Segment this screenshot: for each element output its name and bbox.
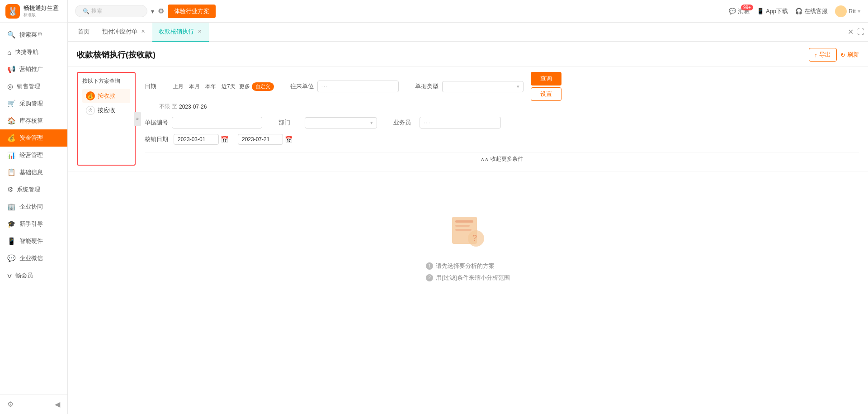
sidebar-item-label: 资金管理 <box>19 134 43 142</box>
sidebar-item-sales[interactable]: ◎ 销售管理 <box>0 78 67 95</box>
sidebar-item-enterprise[interactable]: 🏢 企业协同 <box>0 198 67 215</box>
page-content: 收款核销执行(按收款) ↑ 导出 ↻ 刷新 按以下方案查询 <box>68 42 868 414</box>
sidebar-item-label: 库存核算 <box>19 117 43 125</box>
date-shortcut-this-month[interactable]: 本月 <box>187 82 202 91</box>
date-no-limit-text: 不限 <box>159 103 170 110</box>
filter-option-by-receivable[interactable]: ⏱ 按应收 <box>82 103 130 118</box>
online-service-label: 在线客服 <box>804 7 828 15</box>
user-dropdown-icon: ▾ <box>858 8 861 14</box>
query-btn[interactable]: 查询 <box>531 72 561 86</box>
sidebar-item-label: 系统管理 <box>17 186 40 194</box>
filter-sidebar: 按以下方案查询 💰 按收款 ⏱ 按应收 » <box>77 72 136 166</box>
empty-state: ? 1 请先选择要分析的方案 2 用[过滤]条件来缩小分析范围 <box>68 171 868 320</box>
date-custom-tag[interactable]: 自定义 <box>252 82 274 91</box>
tab-prepay-close-btn[interactable]: ✕ <box>140 29 146 34</box>
date-shortcut-more[interactable]: 更多 <box>239 83 250 90</box>
sidebar: 🐰 畅捷通好生意 标准版 🔍 搜索菜单 ⌂ 快捷导航 📢 营销推广 ◎ 销售管理… <box>0 0 68 414</box>
settings-btn[interactable]: 设置 <box>531 87 561 101</box>
service-icon: 🎧 <box>795 8 802 14</box>
sidebar-item-label: 搜索菜单 <box>19 31 43 39</box>
header-right: 💬 消息 99+ 📱 App下载 🎧 在线客服 Rit ▾ <box>729 5 861 17</box>
filter-sidebar-collapse-btn[interactable]: » <box>134 112 141 126</box>
sidebar-item-system[interactable]: ⚙ 系统管理 <box>0 181 67 198</box>
refresh-icon: ↻ <box>840 52 845 58</box>
export-btn[interactable]: ↑ 导出 <box>809 48 837 62</box>
page-inner: 收款核销执行(按收款) ↑ 导出 ↻ 刷新 按以下方案查询 <box>68 42 868 414</box>
filter-form: 日期 上月 本月 本年 近7天 更多 自定义 <box>145 72 859 166</box>
user-avatar <box>835 5 847 17</box>
search-bar[interactable]: 🔍 搜索 <box>75 5 147 17</box>
chevron-up-icon: ∧∧ <box>481 156 489 162</box>
online-service-btn[interactable]: 🎧 在线客服 <box>795 7 828 15</box>
writeoff-end-cal-icon[interactable]: 📅 <box>285 136 292 143</box>
sidebar-item-finance[interactable]: 💰 资金管理 <box>0 129 67 147</box>
logo-icon: 🐰 <box>5 4 20 19</box>
writeoff-date-label: 核销日期 <box>145 135 168 143</box>
tab-receipt-offset-close-btn[interactable]: ✕ <box>197 29 203 34</box>
sidebar-item-purchase[interactable]: 🛒 采购管理 <box>0 95 67 112</box>
tab-close-window-btn[interactable]: ✕ <box>848 28 854 36</box>
writeoff-date-end-input[interactable] <box>238 134 283 145</box>
search-dropdown-btn[interactable]: ▾ <box>151 8 154 15</box>
counterparty-field: 往来单位 ··· <box>290 81 399 92</box>
app-logo: 🐰 畅捷通好生意 标准版 <box>0 0 67 23</box>
basic-info-icon: 📋 <box>7 168 16 176</box>
tab-expand-btn[interactable]: ⛶ <box>857 28 864 36</box>
tab-prepay[interactable]: 预付冲应付单 ✕ <box>96 23 152 42</box>
doc-number-input[interactable] <box>172 117 262 128</box>
collapse-more-btn[interactable]: ∧∧ 收起更多条件 <box>145 152 859 166</box>
page-header: 收款核销执行(按收款) ↑ 导出 ↻ 刷新 <box>68 42 868 67</box>
refresh-btn[interactable]: ↻ 刷新 <box>840 48 859 62</box>
marketing-icon: 📢 <box>7 65 16 73</box>
settings-gear-btn[interactable]: ⚙ <box>158 7 164 15</box>
sidebar-item-search-menu[interactable]: 🔍 搜索菜单 <box>0 26 67 43</box>
sidebar-item-basic-info[interactable]: 📋 基础信息 <box>0 164 67 181</box>
department-input[interactable]: ▾ <box>305 117 377 128</box>
date-shortcut-last-month[interactable]: 上月 <box>171 82 185 91</box>
sidebar-settings-icon[interactable]: ⚙ <box>7 400 14 409</box>
date-shortcuts: 上月 本月 本年 近7天 更多 自定义 <box>171 82 274 91</box>
writeoff-date-input-group: 📅 — 📅 <box>174 134 292 145</box>
sidebar-item-hardware[interactable]: 📱 智能硬件 <box>0 233 67 250</box>
writeoff-date-separator: — <box>230 136 236 143</box>
sidebar-item-marketing[interactable]: 📢 营销推广 <box>0 61 67 78</box>
purchase-icon: 🛒 <box>7 100 16 108</box>
industry-solution-btn[interactable]: 体验行业方案 <box>168 5 216 18</box>
search-icon: 🔍 <box>83 8 90 14</box>
date-shortcut-7days[interactable]: 近7天 <box>220 82 237 91</box>
sidebar-item-inventory[interactable]: 🏠 库存核算 <box>0 112 67 129</box>
sidebar-item-quick-nav[interactable]: ⌂ 快捷导航 <box>0 43 67 61</box>
filter-option-by-receipt[interactable]: 💰 按收款 <box>82 89 130 103</box>
sidebar-item-wechat[interactable]: 💬 企业微信 <box>0 250 67 267</box>
wechat-icon: 💬 <box>7 254 16 262</box>
collapse-more-label: 收起更多条件 <box>491 155 523 163</box>
sidebar-item-vip[interactable]: V 畅会员 <box>0 267 67 284</box>
salesperson-input[interactable]: ··· <box>420 117 501 128</box>
dept-dropdown-icon: ▾ <box>370 120 373 126</box>
writeoff-start-cal-icon[interactable]: 📅 <box>221 136 228 143</box>
by-receipt-icon: 💰 <box>86 91 95 100</box>
salesperson-dots: ··· <box>424 119 431 126</box>
sidebar-item-operations[interactable]: 📊 经营管理 <box>0 147 67 164</box>
guide-icon: 🎓 <box>7 220 16 228</box>
doc-type-input[interactable]: ▾ <box>442 81 524 92</box>
message-btn[interactable]: 💬 消息 99+ <box>729 7 750 15</box>
sidebar-item-guide[interactable]: 🎓 新手引导 <box>0 215 67 233</box>
sidebar-item-label: 基础信息 <box>19 168 43 176</box>
app-download-btn[interactable]: 📱 App下载 <box>757 7 788 15</box>
counterparty-input[interactable]: ··· <box>317 81 399 92</box>
user-area[interactable]: Rit ▾ <box>835 5 861 17</box>
tab-home[interactable]: 首页 <box>71 23 96 42</box>
header-left: 🔍 搜索 ▾ ⚙ 体验行业方案 <box>75 5 216 18</box>
filter-row-doc: 单据编号 部门 ▾ 业务员 <box>145 117 859 128</box>
quick-nav-icon: ⌂ <box>7 48 11 56</box>
sidebar-item-label: 新手引导 <box>19 220 43 228</box>
sidebar-collapse-icon[interactable]: ◀ <box>55 400 60 409</box>
writeoff-date-start-input[interactable] <box>174 134 219 145</box>
date-shortcut-this-year[interactable]: 本年 <box>203 82 218 91</box>
tab-receipt-offset[interactable]: 收款核销执行 ✕ <box>152 23 209 42</box>
sidebar-item-label: 企业协同 <box>19 203 43 211</box>
logo-badge: 标准版 <box>24 12 59 18</box>
search-menu-icon: 🔍 <box>7 31 16 39</box>
tab-bar: 首页 预付冲应付单 ✕ 收款核销执行 ✕ ✕ ⛶ <box>68 23 868 42</box>
